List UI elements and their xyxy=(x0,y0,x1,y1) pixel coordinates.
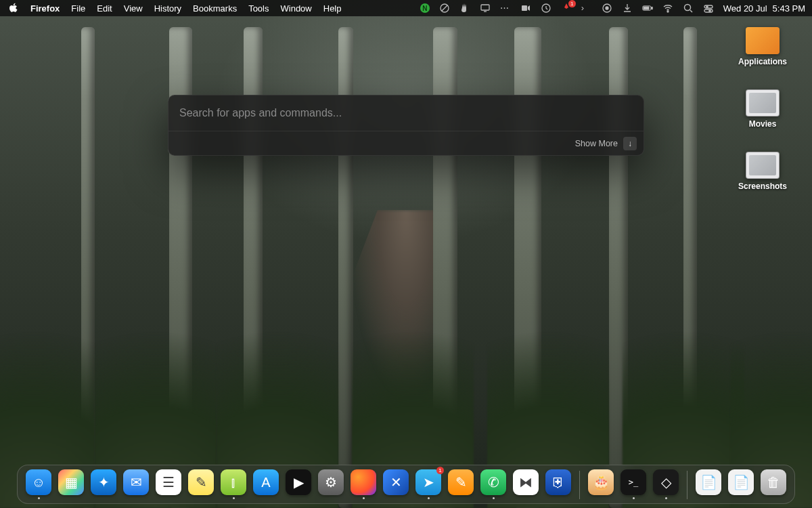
control-center-icon[interactable] xyxy=(703,3,714,14)
desktop-icon-label: Screenshots xyxy=(738,182,787,191)
desktop-icons: Applications Movies Screenshots xyxy=(725,27,800,191)
pages-icon: ✎ xyxy=(448,469,474,495)
launcher-search-row xyxy=(168,96,644,131)
trash-icon: 🗑 xyxy=(761,469,786,495)
desktop-icon-screenshots[interactable]: Screenshots xyxy=(725,152,800,191)
settings-icon: ⚙ xyxy=(318,469,344,495)
svg-rect-4 xyxy=(522,5,527,11)
wallpaper xyxy=(0,0,812,508)
dock-app-settings[interactable]: ⚙ xyxy=(318,469,344,499)
cake-icon: 🎂 xyxy=(588,469,614,495)
svg-line-13 xyxy=(690,10,692,12)
dock-app-safari[interactable]: ✦ xyxy=(91,469,116,499)
apple-menu-icon[interactable] xyxy=(8,3,19,14)
dock-app-doc2[interactable]: 📄 xyxy=(728,469,754,499)
menu-window[interactable]: Window xyxy=(281,3,312,14)
menu-tools[interactable]: Tools xyxy=(248,3,269,14)
svg-rect-14 xyxy=(704,5,713,8)
hand-icon[interactable] xyxy=(459,3,470,14)
rocket-icon[interactable]: 1 xyxy=(561,3,572,14)
mail-icon: ✉ xyxy=(123,469,149,495)
folder-icon xyxy=(746,27,780,54)
wifi-icon[interactable] xyxy=(662,3,673,14)
raycast-icon: ◇ xyxy=(653,469,679,495)
finder-icon: ☺ xyxy=(26,469,51,495)
launcher-search-input[interactable] xyxy=(179,107,633,119)
chevron-right-icon[interactable]: › xyxy=(581,3,592,14)
svg-rect-9 xyxy=(651,7,652,9)
running-indicator-icon xyxy=(233,497,235,499)
launchpad-icon: ▦ xyxy=(58,469,84,495)
do-not-disturb-icon[interactable] xyxy=(439,3,450,14)
raycast-launcher: Show More ↓ xyxy=(168,95,644,156)
desktop-icon-movies[interactable]: Movies xyxy=(725,89,800,129)
svg-point-11 xyxy=(667,11,669,12)
folder-icon xyxy=(746,152,780,179)
dock-app-mail[interactable]: ✉ xyxy=(123,469,149,499)
menu-view[interactable]: View xyxy=(124,3,143,14)
dock-app-launchpad[interactable]: ▦ xyxy=(58,469,84,499)
nord-status-icon[interactable]: N xyxy=(420,3,430,13)
desktop-icon-label: Movies xyxy=(749,119,777,129)
svg-point-7 xyxy=(606,7,608,9)
firefox-icon xyxy=(351,469,376,495)
launcher-show-more-label[interactable]: Show More xyxy=(575,139,618,148)
desktop-icon-applications[interactable]: Applications xyxy=(725,27,800,66)
desktop-icon-label: Applications xyxy=(738,57,787,66)
clock-time: 5:43 PM xyxy=(773,3,805,14)
running-indicator-icon xyxy=(493,497,495,499)
bitwarden-icon: ⛨ xyxy=(545,469,571,495)
video-icon[interactable] xyxy=(520,3,531,14)
dock-app-cake[interactable]: 🎂 xyxy=(588,469,614,499)
dock-app-trash[interactable]: 🗑 xyxy=(761,469,786,499)
dock-app-pages[interactable]: ✎ xyxy=(448,469,474,499)
dock-app-raycast[interactable]: ◇ xyxy=(653,469,679,499)
record-icon[interactable] xyxy=(602,3,612,14)
menu-file[interactable]: File xyxy=(71,3,85,14)
dock-app-doc1[interactable]: 📄 xyxy=(696,469,721,499)
menu-bookmarks[interactable]: Bookmarks xyxy=(193,3,237,14)
dock-app-python[interactable]: ⧓ xyxy=(513,469,539,499)
dock-app-tools[interactable]: ✕ xyxy=(383,469,409,499)
svg-point-12 xyxy=(684,5,690,11)
dock-app-reminders[interactable]: ☰ xyxy=(156,469,181,499)
clock-date: Wed 20 Jul xyxy=(723,3,767,14)
menubar-clock[interactable]: Wed 20 Jul 5:43 PM xyxy=(723,3,805,14)
menu-help[interactable]: Help xyxy=(323,3,342,14)
svg-point-15 xyxy=(706,6,708,7)
menubar: Firefox File Edit View History Bookmarks… xyxy=(0,0,812,16)
display-icon[interactable] xyxy=(480,3,491,14)
dock-app-notes[interactable]: ✎ xyxy=(188,469,214,499)
dock-app-appstore[interactable]: A xyxy=(253,469,279,499)
dock-app-archive[interactable]: ⫿ xyxy=(221,469,246,499)
down-arrow-key-icon[interactable]: ↓ xyxy=(623,137,637,150)
notification-badge: 1 xyxy=(568,0,576,7)
dock-app-bitwarden[interactable]: ⛨ xyxy=(545,469,571,499)
svg-rect-16 xyxy=(704,9,713,12)
doc2-icon: 📄 xyxy=(728,469,754,495)
folder-icon xyxy=(746,89,780,117)
archive-icon: ⫿ xyxy=(221,469,246,495)
tv-app-icon: ▶ xyxy=(286,469,311,495)
dock-app-firefox[interactable] xyxy=(351,469,376,499)
terminal-icon: >_ xyxy=(621,469,646,495)
menu-edit[interactable]: Edit xyxy=(97,3,112,14)
reminders-icon: ☰ xyxy=(156,469,181,495)
menu-history[interactable]: History xyxy=(154,3,181,14)
dock-separator xyxy=(579,471,580,499)
svg-line-1 xyxy=(442,5,447,11)
dock-app-tv-app[interactable]: ▶ xyxy=(286,469,311,499)
timemachine-icon[interactable] xyxy=(541,3,551,14)
battery-icon[interactable] xyxy=(642,3,653,14)
appstore-icon: A xyxy=(253,469,279,495)
python-icon: ⧓ xyxy=(513,469,539,495)
download-icon[interactable] xyxy=(622,3,633,14)
dock-app-terminal[interactable]: >_ xyxy=(621,469,646,499)
dock-app-telegram[interactable]: ➤1 xyxy=(415,469,441,499)
active-app-name[interactable]: Firefox xyxy=(30,3,60,14)
safari-icon: ✦ xyxy=(91,469,116,495)
dock-app-whatsapp[interactable]: ✆ xyxy=(480,469,506,499)
search-icon[interactable] xyxy=(683,3,694,14)
dots-icon[interactable]: ⋯ xyxy=(500,3,511,14)
dock-app-finder[interactable]: ☺ xyxy=(26,469,51,499)
